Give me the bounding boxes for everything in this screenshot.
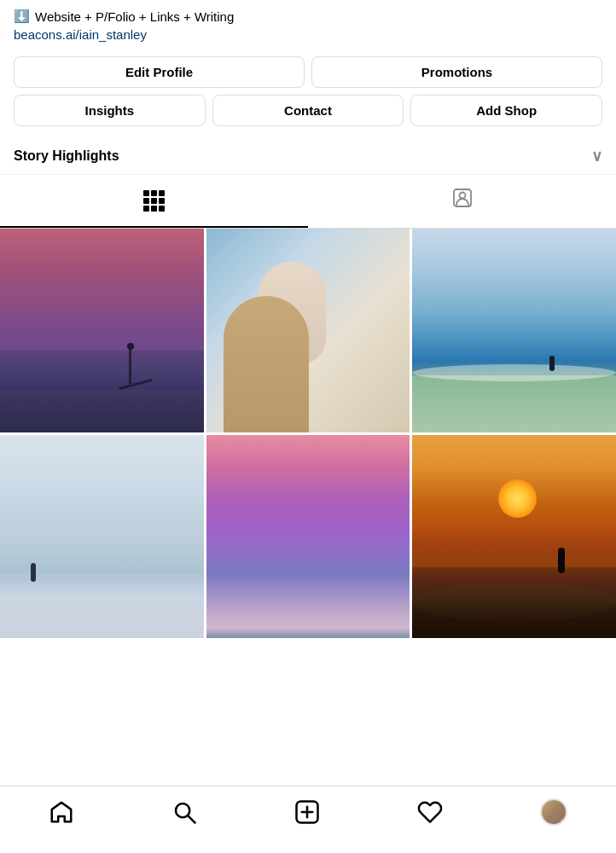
nav-likes[interactable] — [407, 796, 453, 828]
heart-icon — [417, 799, 443, 825]
nav-add[interactable] — [284, 796, 330, 828]
add-shop-button[interactable]: Add Shop — [410, 95, 602, 126]
bio-row: ⬇️ Website + P/Folio + Links + Writing — [14, 9, 602, 24]
nav-profile[interactable] — [530, 795, 578, 829]
bio-link[interactable]: beacons.ai/iain_stanley — [14, 27, 147, 42]
bio-emoji: ⬇️ — [14, 9, 30, 24]
grid-icon — [143, 190, 165, 212]
photo-3[interactable] — [412, 229, 616, 432]
profile-activity-dot — [561, 819, 567, 826]
bottom-nav — [0, 786, 616, 853]
nav-home[interactable] — [38, 796, 84, 828]
svg-point-1 — [459, 193, 465, 199]
button-row-1: Edit Profile Promotions — [14, 56, 602, 88]
photo-5[interactable] — [206, 435, 410, 639]
nav-search[interactable] — [161, 796, 207, 828]
photo-2[interactable] — [206, 229, 410, 432]
profile-avatar — [540, 798, 567, 826]
tab-row — [0, 175, 616, 229]
bottom-nav-wrapper — [0, 840, 616, 853]
story-highlights-row[interactable]: Story Highlights ∨ — [0, 136, 616, 175]
action-buttons-section: Edit Profile Promotions Insights Contact… — [0, 49, 616, 136]
insights-button[interactable]: Insights — [14, 95, 206, 126]
chevron-down-icon: ∨ — [591, 147, 602, 165]
edit-profile-button[interactable]: Edit Profile — [14, 56, 305, 88]
svg-line-3 — [188, 815, 195, 822]
button-row-2: Insights Contact Add Shop — [14, 95, 602, 126]
person-tag-icon — [451, 187, 474, 214]
home-icon — [49, 799, 74, 825]
photo-4[interactable] — [0, 435, 204, 639]
photo-1[interactable] — [0, 229, 204, 432]
add-icon — [294, 799, 320, 825]
search-icon — [171, 799, 197, 825]
bio-text: Website + P/Folio + Links + Writing — [35, 9, 234, 24]
promotions-button[interactable]: Promotions — [311, 56, 602, 88]
top-bar: ⬇️ Website + P/Folio + Links + Writing b… — [0, 0, 616, 49]
story-highlights-label: Story Highlights — [14, 148, 119, 164]
contact-button[interactable]: Contact — [212, 95, 404, 126]
tab-grid[interactable] — [0, 175, 308, 228]
photo-6[interactable] — [412, 435, 616, 639]
photo-grid — [0, 229, 616, 638]
tab-tagged[interactable] — [308, 175, 616, 228]
